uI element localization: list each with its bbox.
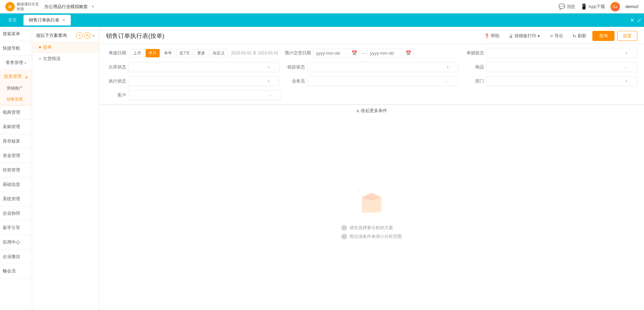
filter-department-item: 部门 ▾ bbox=[464, 76, 637, 86]
customer-label: 客户 bbox=[106, 92, 126, 98]
filter-row-date: 单据日期 上月 本月 本年 近7天 更多 自定义 2023-03-01 至 20… bbox=[106, 48, 637, 58]
add-scheme-button[interactable]: + bbox=[76, 32, 83, 39]
right-content: 销售订单执行表(按单) ❓ 帮助 🖨 按模板打印 ▾ ↗ bbox=[99, 27, 644, 310]
page-header: 销售订单执行表(按单) ❓ 帮助 🖨 按模板打印 ▾ ↗ bbox=[99, 27, 644, 44]
tab-expand-icon[interactable]: ⤢ bbox=[637, 17, 641, 23]
user-avatar[interactable]: Ea bbox=[610, 2, 620, 11]
payment-status-arrow: ▾ bbox=[447, 65, 449, 69]
calendar-start-icon[interactable]: 📅 bbox=[352, 50, 357, 56]
expected-date-label: 预计交货日期 bbox=[285, 50, 311, 56]
sidebar-item-marketing[interactable]: 营销推广 bbox=[0, 83, 32, 94]
sidebar-corp-wechat-label: 企业微信 bbox=[3, 254, 20, 260]
date-btn-custom[interactable]: 自定义 bbox=[210, 49, 228, 57]
sidebar-item-wholesale[interactable]: 批发管理 ▴ bbox=[0, 70, 32, 83]
add-icon: + bbox=[78, 33, 81, 38]
delivery-status-select[interactable]: ▾ bbox=[128, 62, 279, 72]
message-button[interactable]: 💬 消息 bbox=[558, 3, 575, 10]
execution-status-select[interactable]: ▾ bbox=[128, 76, 279, 86]
setup-button[interactable]: 设置 bbox=[617, 31, 637, 41]
filter-row-2: 出库状态 ▾ 收款状态 ▾ bbox=[106, 62, 637, 72]
sidebar-app-center-label: 应用中心 bbox=[3, 239, 20, 245]
date-btn-this-month[interactable]: 本月 bbox=[146, 49, 160, 57]
date-btn-more[interactable]: 更多 bbox=[194, 49, 208, 57]
sidebar-item-inventory[interactable]: 库存核算 bbox=[0, 134, 32, 149]
department-label: 部门 bbox=[464, 78, 484, 84]
sidebar-item-app-center[interactable]: 应用中心 bbox=[0, 235, 32, 250]
sidebar-item-sales-mgmt[interactable]: 销售管理 bbox=[0, 94, 32, 105]
sidebar-search-label: 搜索菜单 bbox=[3, 31, 20, 37]
top-header: 好 畅捷通好生意 标版 办公用品行业模拟账套 ▾ 💬 消息 📱 App下载 Ea… bbox=[0, 0, 644, 13]
tip-text-2: 用过滤条件来缩小分析范围 bbox=[350, 234, 402, 240]
scheme-item-dot bbox=[39, 46, 41, 48]
left-panel-header: 按以下方案查询 + ✎ « bbox=[32, 30, 99, 42]
page-container: 按以下方案查询 + ✎ « 按单 bbox=[32, 27, 644, 310]
sidebar-collab-label: 企业协同 bbox=[3, 210, 20, 216]
customer-more-icon[interactable]: ··· bbox=[268, 93, 272, 98]
tab-home-label: 首页 bbox=[8, 17, 17, 23]
export-button[interactable]: ↗ 导出 bbox=[546, 32, 567, 40]
sidebar-item-finance[interactable]: 资金管理 bbox=[0, 149, 32, 163]
app-download-button[interactable]: 📱 App下载 bbox=[581, 3, 605, 10]
scheme-item-order[interactable]: 按单 bbox=[32, 42, 99, 53]
tab-sales-order[interactable]: 销售订单执行表 ✕ bbox=[23, 15, 71, 25]
sidebar-item-operations[interactable]: 经营管理 bbox=[0, 163, 32, 177]
salesperson-select[interactable]: ··· bbox=[307, 76, 458, 86]
order-status-select[interactable]: ▾ bbox=[486, 48, 637, 58]
goods-more-icon[interactable]: ··· bbox=[624, 64, 628, 70]
username[interactable]: demo2 bbox=[625, 4, 639, 9]
sidebar-marketing-label: 营销推广 bbox=[7, 86, 23, 91]
date-label: 单据日期 bbox=[106, 50, 126, 56]
sidebar-wholesale-arrow: ▴ bbox=[25, 74, 28, 79]
date-btn-this-year[interactable]: 本年 bbox=[161, 49, 175, 57]
payment-status-select[interactable]: ▾ bbox=[307, 62, 458, 72]
logo-area[interactable]: 好 畅捷通好生意 标版 bbox=[5, 2, 39, 11]
sidebar-search-menu[interactable]: 搜索菜单 bbox=[0, 27, 32, 41]
left-panel: 按以下方案查询 + ✎ « 按单 bbox=[32, 27, 99, 310]
payment-status-label: 收款状态 bbox=[285, 64, 305, 70]
print-dropdown-icon[interactable]: ▾ bbox=[538, 34, 540, 39]
sidebar-inventory-label: 库存核算 bbox=[3, 138, 20, 144]
sidebar-sales-mgmt-label: 销售管理 bbox=[7, 97, 23, 102]
tab-close-window-icon[interactable]: ✕ bbox=[630, 17, 634, 23]
scheme-item-backorder-label: 欠货情况 bbox=[43, 56, 60, 62]
breadcrumb: 办公用品行业模拟账套 bbox=[44, 4, 88, 10]
sidebar-item-ecommerce[interactable]: 电商管理 bbox=[0, 105, 32, 120]
print-icon: 🖨 bbox=[509, 34, 513, 39]
salesperson-more-icon[interactable]: ··· bbox=[445, 79, 449, 84]
empty-state: ✦ ✦ ✦ ? ? 1 请先选择要分析的方案 bbox=[99, 116, 644, 310]
query-button[interactable]: 查询 bbox=[592, 31, 614, 41]
tab-close-icon[interactable]: ✕ bbox=[62, 18, 65, 22]
sidebar-quick-nav[interactable]: 快捷导航 bbox=[0, 41, 32, 56]
sidebar-item-purchase[interactable]: 采购管理 bbox=[0, 120, 32, 134]
breadcrumb-dropdown-icon[interactable]: ▾ bbox=[92, 4, 94, 9]
date-end-wrap: 📅 bbox=[367, 49, 414, 58]
delivery-status-arrow: ▾ bbox=[268, 65, 270, 69]
date-btn-7days[interactable]: 近7天 bbox=[176, 49, 193, 57]
sidebar-item-collab[interactable]: 企业协同 bbox=[0, 206, 32, 221]
sidebar-finance-label: 资金管理 bbox=[3, 153, 20, 159]
sidebar-item-system[interactable]: 系统管理 bbox=[0, 192, 32, 206]
sidebar-item-corp-wechat[interactable]: 企业微信 bbox=[0, 250, 32, 264]
date-btn-last-month[interactable]: 上月 bbox=[130, 49, 144, 57]
header-right: 💬 消息 📱 App下载 Ea demo2 bbox=[558, 2, 639, 11]
collapse-panel-button[interactable]: « bbox=[92, 33, 95, 38]
goods-select[interactable]: ··· bbox=[486, 62, 637, 72]
svg-text:?: ? bbox=[372, 201, 374, 203]
goods-label: 商品 bbox=[464, 64, 484, 70]
execution-status-arrow: ▾ bbox=[268, 79, 270, 84]
print-button[interactable]: 🖨 按模板打印 ▾ bbox=[505, 32, 543, 40]
department-select[interactable]: ▾ bbox=[486, 76, 637, 86]
sidebar-item-basic-info[interactable]: 基础信息 bbox=[0, 177, 32, 192]
sidebar-item-newbie[interactable]: 新手引导 bbox=[0, 221, 32, 235]
edit-scheme-button[interactable]: ✎ bbox=[84, 32, 91, 39]
scheme-item-backorder[interactable]: 欠货情况 bbox=[32, 53, 99, 64]
calendar-end-icon[interactable]: 📅 bbox=[406, 50, 411, 56]
help-button[interactable]: ❓ 帮助 bbox=[481, 32, 503, 40]
sidebar-item-member[interactable]: 畅会员 bbox=[0, 264, 32, 278]
collapse-more-button[interactable]: ∧ 收起更多条件 bbox=[99, 105, 644, 116]
export-label: 导出 bbox=[554, 33, 563, 39]
refresh-button[interactable]: ↻ 刷新 bbox=[569, 32, 590, 40]
tab-home[interactable]: 首页 bbox=[3, 15, 22, 25]
customer-select[interactable]: ··· bbox=[128, 90, 281, 100]
sidebar-item-retail[interactable]: 零售管理 ▾ bbox=[0, 56, 32, 70]
